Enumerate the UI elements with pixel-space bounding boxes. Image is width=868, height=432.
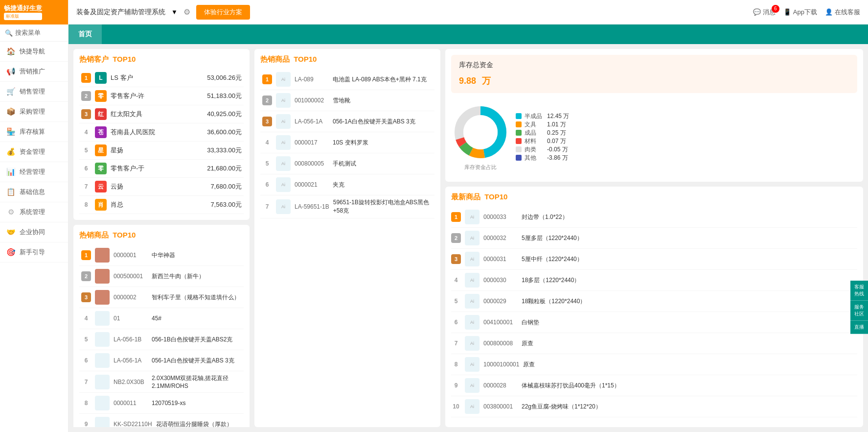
sidebar-item-basic[interactable]: 📋 基础信息 [0, 182, 68, 202]
newest-product-row[interactable]: 2 Ai 0000032 5厘多层（1220*2440） [451, 228, 857, 249]
sidebar-item-finance[interactable]: 💰 资金管理 [0, 142, 68, 162]
product-name: 手机测试 [333, 160, 433, 168]
float-btn-live[interactable]: 直播 [850, 321, 868, 334]
trial-button[interactable]: 体验行业方案 [196, 5, 250, 20]
customer-row[interactable]: 5 星 星扬 33,333.00元 [79, 142, 244, 160]
enterprise-icon: 🤝 [6, 227, 16, 237]
product-row[interactable]: 6 Ai 0000021 夹克 [260, 174, 434, 195]
tab-home-label: 首页 [78, 30, 92, 39]
product-code: LA-056-1A [114, 357, 148, 364]
newest-product-row[interactable]: 7 Ai 000800008 原查 [451, 333, 857, 354]
message-btn[interactable]: 💬 消息 6 [753, 8, 776, 17]
dropdown-arrow[interactable]: ▼ [171, 8, 178, 16]
product-row[interactable]: 5 Ai 000800005 手机测试 [260, 153, 434, 174]
hot-products-main-title: 热销商品 TOP10 [79, 231, 244, 240]
rank-number: 10 [451, 402, 461, 411]
newest-product-row[interactable]: 10 Ai 003800001 22g鱼豆腐-烧烤味（1*12*20） [451, 396, 857, 417]
customer-row[interactable]: 1 L LS 客户 53,006.26元 [79, 69, 244, 87]
newest-product-row[interactable]: 5 Ai 0000029 18颗粒板（1220*2440） [451, 291, 857, 312]
product-row[interactable]: 1 Ai LA-089 电池盖 LA-089 ABS本色+黑种 7.1克 [260, 69, 434, 90]
customer-value: 7,563.00元 [210, 200, 242, 209]
customer-row[interactable]: 6 零 零售客户-于 21,680.00元 [79, 160, 244, 178]
customer-row[interactable]: 8 肖 肖总 7,563.00元 [79, 196, 244, 214]
customer-name: 星扬 [111, 146, 203, 155]
product-img: Ai [465, 378, 480, 393]
rank-number: 3 [81, 292, 91, 302]
product-row[interactable]: 7 NB2.0X30B 2.0X30MM双搓花轴,搓花直径2.1MM/ROHS [79, 371, 244, 393]
customer-value: 53,006.26元 [207, 73, 242, 82]
legend-dot [516, 113, 522, 119]
customer-name: 苍南县人民医院 [111, 128, 203, 137]
product-img [95, 248, 110, 263]
customer-row[interactable]: 2 零 零售客户-许 51,183.00元 [79, 87, 244, 105]
product-code: LA-089 [295, 76, 329, 83]
legend-value: 0.07 万 [547, 137, 566, 145]
sidebar-item-inventory[interactable]: 🏪 库存核算 [0, 122, 68, 142]
product-row[interactable]: 4 Ai 0000017 10S 变料罗浆 [260, 132, 434, 153]
product-img: Ai [465, 210, 480, 224]
newest-product-row[interactable]: 8 Ai 10000100001 原查 [451, 354, 857, 375]
newest-product-row[interactable]: 1 Ai 0000033 封边带（1.0*22） [451, 207, 857, 228]
product-img: Ai [465, 399, 480, 414]
product-name: 22g鱼豆腐-烧烤味（1*12*20） [522, 403, 857, 411]
product-img: Ai [465, 315, 480, 330]
product-img: Ai [276, 93, 291, 108]
product-row[interactable]: 3 Ai LA-056-1A 056-1A白色按键开关盖ABS 3克 [260, 111, 434, 132]
product-row[interactable]: 5 LA-056-1B 056-1B白色按键开关盖ABS2克 [79, 329, 244, 350]
sidebar-item-purchase[interactable]: 📦 采购管理 [0, 102, 68, 122]
product-row[interactable]: 1 0000001 中华神器 [79, 245, 244, 266]
sidebar-item-enterprise[interactable]: 🤝 企业协同 [0, 222, 68, 242]
sidebar-item-operation[interactable]: 📊 经营管理 [0, 162, 68, 182]
newest-product-row[interactable]: 6 Ai 004100001 白钢垫 [451, 312, 857, 333]
rank-number: 4 [81, 313, 91, 323]
sidebar-item-label: 基础信息 [20, 188, 45, 196]
inventory-icon: 🏪 [6, 127, 16, 137]
customer-row[interactable]: 7 云 云扬 7,680.00元 [79, 178, 244, 196]
product-name: 056-1A白色按键开关盖ABS 3克 [333, 118, 433, 126]
product-row[interactable]: 3 0000002 智利车子里（规格不知道填什么） [79, 287, 244, 308]
float-btn-community[interactable]: 服务社区 [850, 301, 868, 321]
sidebar-item-marketing[interactable]: 📢 营销推广 [0, 62, 68, 82]
newest-product-row[interactable]: 3 Ai 0000031 5厘中纤（1220*2440） [451, 249, 857, 270]
legend-name: 成品 [525, 129, 544, 137]
customer-value: 21,680.00元 [207, 164, 242, 173]
newest-product-row[interactable]: 4 Ai 0000030 18多层（1220*2440） [451, 270, 857, 291]
gear-icon[interactable]: ⚙ [183, 7, 190, 17]
rank-number: 5 [81, 335, 91, 344]
online-service-btn[interactable]: 👤 在线客服 [825, 8, 860, 17]
finance-icon: 💰 [6, 147, 16, 157]
sidebar-item-label: 营销推广 [20, 67, 45, 76]
tab-home[interactable]: 首页 [69, 24, 102, 44]
product-code: 0000033 [483, 214, 518, 220]
content-area: 热销客户 TOP10 1 L LS 客户 53,006.26元 2 零 零售客户… [69, 44, 868, 432]
message-badge: 6 [772, 5, 779, 13]
product-row[interactable]: 9 KK-SD22110H 花语萌恒温分腿睡袋（厚款） [79, 414, 244, 427]
online-service-label: 在线客服 [835, 8, 860, 17]
product-img [95, 290, 110, 305]
product-row[interactable]: 7 Ai LA-59651-1B 59651-1B旋转投影灯电池盒ABS黑色+5… [260, 195, 434, 218]
product-row[interactable]: 8 0000011 12070519-xs [79, 393, 244, 414]
product-code: LA-056-1B [114, 336, 148, 343]
app-badge: 标准版 [4, 13, 42, 20]
legend-dot [516, 138, 522, 144]
product-code: 0000031 [483, 256, 518, 263]
sidebar-item-system[interactable]: ⚙ 系统管理 [0, 202, 68, 222]
newest-product-row[interactable]: 9 Ai 0000028 体械嘉枝味苏打饮品400毫升（1*15） [451, 375, 857, 396]
sidebar-item-guide[interactable]: 🎯 新手引导 [0, 242, 68, 263]
app-download-btn[interactable]: 📱 App下载 [783, 8, 817, 17]
product-name: 2.0X30MM双搓花轴,搓花直径2.1MM/ROHS [152, 374, 242, 389]
product-row[interactable]: 2 000500001 新西兰牛肉（新牛） [79, 266, 244, 287]
customer-row[interactable]: 3 红 红太阳文具 40,925.00元 [79, 105, 244, 123]
product-row[interactable]: 2 Ai 001000002 雪地靴 [260, 90, 434, 111]
sidebar-item-label: 企业协同 [20, 228, 45, 237]
product-row[interactable]: 6 LA-056-1A 056-1A白色按键开关盖ABS 3克 [79, 350, 244, 371]
product-row[interactable]: 4 01 45# [79, 308, 244, 329]
sidebar-item-sales[interactable]: 🛒 销售管理 [0, 82, 68, 102]
float-btn-service[interactable]: 客服热线 [850, 281, 868, 301]
customers-list: 1 L LS 客户 53,006.26元 2 零 零售客户-许 51,183.0… [79, 69, 244, 214]
sidebar-item-nav[interactable]: 🏠 快捷导航 [0, 42, 68, 62]
guide-icon: 🎯 [6, 247, 16, 257]
customer-row[interactable]: 4 苍 苍南县人民医院 36,600.00元 [79, 123, 244, 142]
search-menu[interactable]: 🔍 搜索菜单 [0, 24, 68, 42]
product-name: 45# [152, 315, 242, 322]
